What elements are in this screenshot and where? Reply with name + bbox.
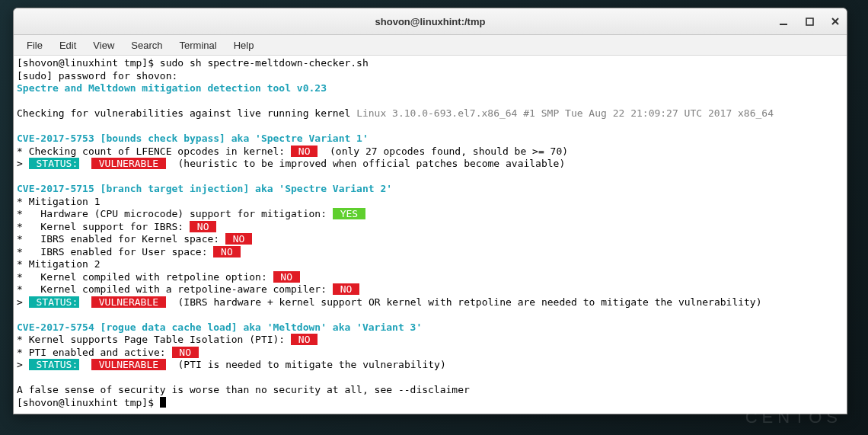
menu-file[interactable]: File [18, 37, 51, 53]
vulnerable-badge: VULNERABLE [91, 359, 166, 370]
desktop-brand: CentOS [745, 408, 842, 427]
vulnerable-badge: VULNERABLE [91, 296, 166, 308]
terminal-window: shovon@linuxhint:/tmp File Edit View Sea… [13, 8, 847, 414]
cve2-ibrs-k-pre: * IBRS enabled for Kernel space: [17, 233, 225, 245]
status-prefix: > [17, 359, 29, 370]
titlebar[interactable]: shovon@linuxhint:/tmp [14, 8, 847, 35]
disclaimer-line: A false sense of security is worse than … [17, 384, 470, 395]
menu-terminal[interactable]: Terminal [171, 37, 225, 53]
cve2-ret-comp-pre: * Kernel compiled with a retpoline-aware… [17, 283, 333, 295]
cve1-title: CVE-2017-5753 [bounds check bypass] aka … [17, 133, 369, 144]
cve3-pti-pre: * Kernel supports Page Table Isolation (… [17, 334, 291, 345]
cve1-status-note: (heuristic to be improved when official … [166, 158, 565, 169]
cursor-icon [160, 397, 166, 408]
menubar: File Edit View Search Terminal Help [14, 35, 847, 56]
no-badge: NO [291, 146, 318, 157]
cve3-ptien-pre: * PTI enabled and active: [17, 347, 172, 358]
vulnerable-badge: VULNERABLE [91, 158, 166, 169]
no-badge: NO [172, 347, 199, 358]
sudo-line: [sudo] password for shovon: [17, 70, 177, 82]
menu-search[interactable]: Search [123, 37, 171, 53]
minimize-button[interactable] [775, 13, 792, 30]
cve2-status-note: (IBRS hardware + kernel support OR kerne… [166, 296, 762, 308]
check-intro: Checking for vulnerabilities against liv… [17, 107, 356, 119]
close-button[interactable] [827, 13, 844, 30]
cve2-ret-opt-pre: * Kernel compiled with retpoline option: [17, 271, 273, 283]
cve1-check-pre: * Checking count of LFENCE opcodes in ke… [17, 146, 291, 157]
window-controls [775, 13, 844, 30]
prompt-line: [shovon@linuxhint tmp]$ sudo sh spectre-… [17, 57, 369, 69]
yes-badge: YES [333, 208, 365, 219]
status-badge: STATUS: [29, 158, 80, 169]
no-badge: NO [291, 334, 318, 345]
cve2-ks-pre: * Kernel support for IBRS: [17, 221, 190, 232]
cve1-check-post: (only 27 opcodes found, should be >= 70) [318, 146, 568, 157]
kernel-info: Linux 3.10.0-693.el7.x86_64 #1 SMP Tue A… [356, 107, 774, 119]
prompt-line: [shovon@linuxhint tmp]$ [17, 397, 160, 408]
menu-edit[interactable]: Edit [51, 37, 85, 53]
svg-rect-1 [806, 18, 813, 25]
cve2-m1: * Mitigation 1 [17, 196, 101, 207]
no-badge: NO [333, 283, 359, 295]
status-prefix: > [17, 296, 29, 308]
menu-help[interactable]: Help [225, 37, 263, 53]
cve2-ibrs-u-pre: * IBRS enabled for User space: [17, 246, 213, 257]
cve3-status-note: (PTI is needed to mitigate the vulnerabi… [166, 359, 446, 370]
no-badge: NO [213, 246, 240, 257]
status-badge: STATUS: [29, 296, 80, 308]
status-badge: STATUS: [29, 359, 80, 370]
status-prefix: > [17, 158, 29, 169]
no-badge: NO [273, 271, 300, 283]
maximize-button[interactable] [801, 13, 818, 30]
no-badge: NO [190, 221, 216, 232]
cve3-title: CVE-2017-5754 [rogue data cache load] ak… [17, 321, 422, 333]
terminal-output[interactable]: [shovon@linuxhint tmp]$ sudo sh spectre-… [14, 56, 847, 414]
no-badge: NO [225, 233, 252, 245]
cve2-m2: * Mitigation 2 [17, 258, 101, 270]
cve2-title: CVE-2017-5715 [branch target injection] … [17, 183, 392, 194]
window-title: shovon@linuxhint:/tmp [14, 16, 847, 27]
cve2-hw-pre: * Hardware (CPU microcode) support for m… [17, 208, 333, 219]
menu-view[interactable]: View [85, 37, 123, 53]
tool-header: Spectre and Meltdown mitigation detectio… [17, 82, 327, 94]
